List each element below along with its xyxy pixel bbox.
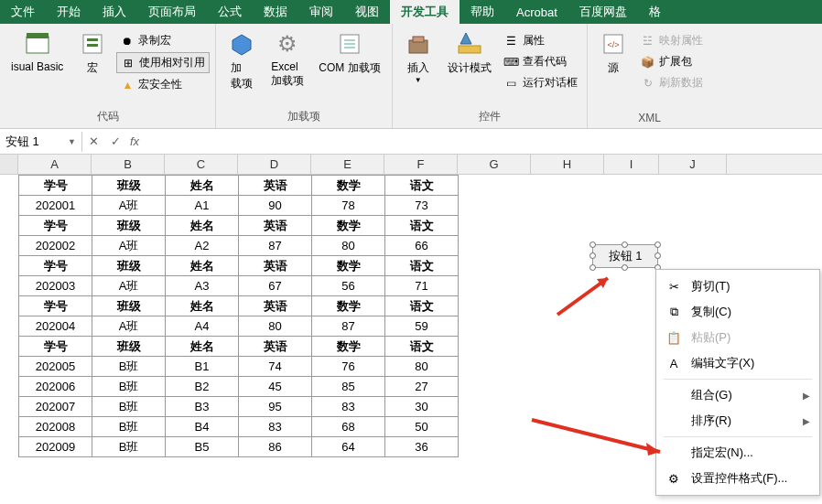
cell[interactable]: 班级 xyxy=(92,337,166,357)
cell[interactable]: 语文 xyxy=(385,256,459,276)
macro-button[interactable]: 宏 xyxy=(72,27,113,78)
cell[interactable]: 45 xyxy=(239,377,312,397)
cell[interactable]: 202003 xyxy=(19,276,92,296)
context-menu-item[interactable]: 排序(R)▶ xyxy=(656,408,819,434)
column-header[interactable]: G xyxy=(458,155,531,174)
cell[interactable]: A班 xyxy=(92,276,166,296)
expansion-button[interactable]: 📦扩展包 xyxy=(637,52,707,71)
column-header[interactable]: E xyxy=(311,155,384,174)
cell[interactable]: A2 xyxy=(166,236,239,256)
cell[interactable]: 202009 xyxy=(19,437,92,457)
cell[interactable]: 学号 xyxy=(19,337,92,357)
cell[interactable]: 56 xyxy=(312,276,385,296)
select-all-corner[interactable] xyxy=(0,155,18,174)
com-addin-button[interactable]: COM 加载项 xyxy=(313,27,385,78)
context-menu-item[interactable]: ✂剪切(T) xyxy=(656,273,819,299)
cell[interactable]: 姓名 xyxy=(166,296,239,316)
column-header[interactable]: A xyxy=(18,155,92,174)
column-header[interactable]: D xyxy=(238,155,311,174)
cell[interactable]: 姓名 xyxy=(166,216,239,236)
xml-source-button[interactable]: </> 源 xyxy=(593,27,633,78)
cell[interactable]: B4 xyxy=(166,417,239,437)
cell[interactable]: 202002 xyxy=(19,236,92,256)
cell[interactable]: 64 xyxy=(312,437,385,457)
properties-button[interactable]: ☰属性 xyxy=(501,31,581,50)
column-header[interactable]: C xyxy=(165,155,238,174)
column-header[interactable]: I xyxy=(604,155,659,174)
column-header[interactable]: B xyxy=(92,155,165,174)
resize-handle[interactable] xyxy=(589,264,596,271)
cell[interactable]: B2 xyxy=(166,377,239,397)
cell[interactable]: 80 xyxy=(385,357,459,377)
cell[interactable]: B班 xyxy=(92,437,166,457)
cell[interactable]: A班 xyxy=(92,316,166,337)
cell[interactable]: 英语 xyxy=(239,256,312,276)
run-dialog-button[interactable]: ▭运行对话框 xyxy=(501,73,581,92)
cell[interactable]: 姓名 xyxy=(166,337,239,357)
cell[interactable]: 英语 xyxy=(239,176,312,196)
context-menu-item[interactable]: 指定宏(N)... xyxy=(656,440,819,466)
cell[interactable]: 语文 xyxy=(385,337,459,357)
cell[interactable]: B班 xyxy=(92,357,166,377)
design-mode-button[interactable]: 设计模式 xyxy=(442,27,497,78)
record-macro-button[interactable]: ⏺录制宏 xyxy=(116,31,210,50)
macro-security-button[interactable]: ▲宏安全性 xyxy=(116,75,210,94)
context-menu-item[interactable]: ⚙设置控件格式(F)... xyxy=(656,466,819,491)
context-menu-item[interactable]: 组合(G)▶ xyxy=(656,382,819,408)
tab-2[interactable]: 插入 xyxy=(92,0,137,24)
cell[interactable]: 87 xyxy=(312,316,385,337)
cell[interactable]: B1 xyxy=(166,357,239,377)
cell[interactable]: 数学 xyxy=(312,337,385,357)
tab-9[interactable]: 帮助 xyxy=(460,0,505,24)
cell[interactable]: 50 xyxy=(385,417,459,437)
cell[interactable]: 英语 xyxy=(239,216,312,236)
cell[interactable]: 学号 xyxy=(19,216,92,236)
cell[interactable]: 95 xyxy=(239,397,312,417)
map-props-button[interactable]: ☳映射属性 xyxy=(637,31,707,50)
cell[interactable]: 74 xyxy=(239,357,312,377)
cell[interactable]: 202006 xyxy=(19,377,92,397)
cell[interactable]: 英语 xyxy=(239,296,312,316)
cell[interactable]: 姓名 xyxy=(166,176,239,196)
cell[interactable]: 202008 xyxy=(19,417,92,437)
context-menu-item[interactable]: ⧉复制(C) xyxy=(656,299,819,325)
cell[interactable]: B5 xyxy=(166,437,239,457)
cell[interactable]: 202005 xyxy=(19,357,92,377)
cell[interactable]: A1 xyxy=(166,196,239,216)
cell[interactable]: B班 xyxy=(92,417,166,437)
cell[interactable]: 英语 xyxy=(239,337,312,357)
cell[interactable]: 59 xyxy=(385,316,459,337)
chevron-down-icon[interactable]: ▼ xyxy=(68,137,76,146)
cell[interactable]: 数学 xyxy=(312,176,385,196)
resize-handle[interactable] xyxy=(622,241,628,248)
column-header[interactable]: J xyxy=(659,155,727,174)
cell[interactable]: 68 xyxy=(312,417,385,437)
cell[interactable]: 数学 xyxy=(312,296,385,316)
cell[interactable]: 83 xyxy=(239,417,312,437)
cell[interactable]: 67 xyxy=(239,276,312,296)
refresh-button[interactable]: ↻刷新数据 xyxy=(637,73,707,92)
cell[interactable]: 30 xyxy=(385,397,459,417)
cell[interactable]: B班 xyxy=(92,397,166,417)
tab-11[interactable]: 百度网盘 xyxy=(568,0,638,24)
cell[interactable]: 语文 xyxy=(385,296,459,316)
tab-8[interactable]: 开发工具 xyxy=(390,0,460,24)
cell[interactable]: 数学 xyxy=(312,216,385,236)
relative-ref-button[interactable]: ⊞使用相对引用 xyxy=(116,52,210,73)
cell[interactable]: A3 xyxy=(166,276,239,296)
resize-handle[interactable] xyxy=(589,241,596,248)
excel-addin-button[interactable]: ⚙ Excel 加载项 xyxy=(265,27,309,91)
cell[interactable]: 202001 xyxy=(19,196,92,216)
tab-5[interactable]: 数据 xyxy=(253,0,298,24)
cell[interactable]: A4 xyxy=(166,316,239,337)
cell[interactable]: 66 xyxy=(385,236,459,256)
cell[interactable]: 语文 xyxy=(385,176,459,196)
column-header[interactable]: H xyxy=(531,155,604,174)
fx-icon[interactable]: fx xyxy=(126,134,143,148)
addin-button[interactable]: 加 载项 xyxy=(222,27,262,93)
cell[interactable]: 数学 xyxy=(312,256,385,276)
cell[interactable]: B3 xyxy=(166,397,239,417)
tab-12[interactable]: 格 xyxy=(638,0,672,24)
cell[interactable]: B班 xyxy=(92,377,166,397)
cell[interactable]: 班级 xyxy=(92,296,166,316)
